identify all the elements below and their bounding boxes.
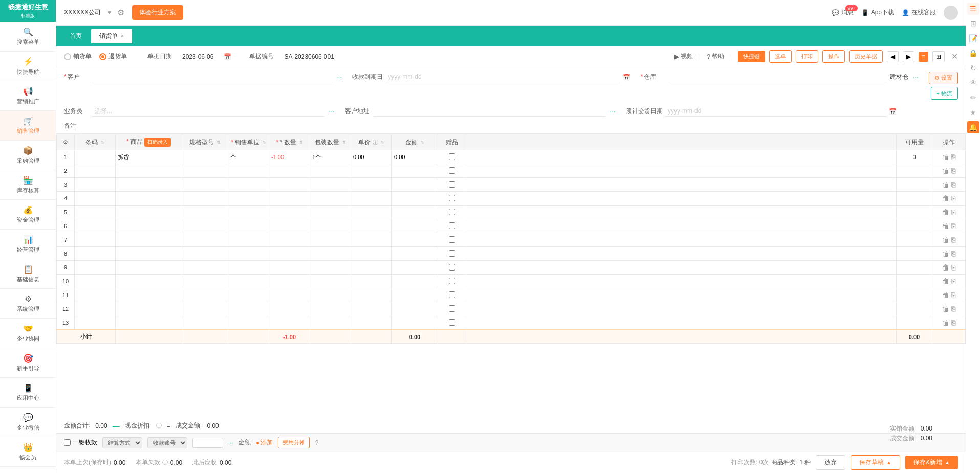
row-barcode[interactable] (75, 192, 116, 206)
customer-dots[interactable]: ··· (336, 73, 342, 81)
row-product[interactable] (116, 261, 182, 275)
row-pkgqty[interactable] (310, 233, 351, 247)
row-amount[interactable] (392, 192, 438, 206)
discount-info-icon[interactable]: ⓘ (156, 422, 162, 430)
row-qty[interactable] (269, 192, 310, 206)
row-unit[interactable] (228, 288, 269, 302)
row-delete-button[interactable]: 🗑 (942, 181, 949, 189)
row-delete-button[interactable]: 🗑 (942, 319, 949, 327)
row-amount[interactable] (392, 261, 438, 275)
nav-next-button[interactable]: ▶ (903, 51, 914, 62)
row-barcode[interactable] (75, 233, 116, 247)
row-qty[interactable] (269, 316, 310, 330)
row-pkgqty[interactable] (310, 150, 351, 164)
row-spec[interactable] (182, 233, 228, 247)
row-price[interactable] (351, 206, 392, 219)
row-spec[interactable] (182, 288, 228, 302)
row-qty[interactable] (269, 164, 310, 178)
row-product[interactable] (116, 247, 182, 261)
setting-button[interactable]: ⚙ 设置 (929, 72, 958, 84)
row-unit[interactable] (228, 233, 269, 247)
logistics-button[interactable]: + 物流 (931, 87, 958, 100)
row-product[interactable] (116, 192, 182, 206)
row-pkgqty[interactable] (310, 219, 351, 233)
sidebar-item-guide[interactable]: 🎯 新手引导 (0, 348, 56, 378)
sort-spec[interactable]: ⇅ (217, 140, 221, 145)
row-product[interactable] (116, 206, 182, 219)
one-click-payment[interactable]: 一键收款 (64, 438, 97, 447)
row-unit[interactable] (228, 316, 269, 330)
row-unit[interactable] (228, 261, 269, 275)
row-product[interactable] (116, 302, 182, 316)
price-info-icon[interactable]: ⓘ (373, 139, 378, 145)
message-item[interactable]: 💬 消息 99+ (832, 8, 854, 17)
row-gift[interactable] (438, 302, 466, 316)
row-amount[interactable] (392, 206, 438, 219)
save-new-button[interactable]: 保存&新增 ▲ (905, 456, 958, 469)
row-pkgqty[interactable] (310, 178, 351, 192)
row-price[interactable] (351, 302, 392, 316)
row-copy-button[interactable]: ⎘ (951, 153, 955, 161)
add-payment-button[interactable]: ● 添加 (256, 438, 273, 447)
rs-orange-icon[interactable]: 🔔 (967, 121, 979, 133)
row-copy-button[interactable]: ⎘ (951, 291, 955, 299)
row-product[interactable] (116, 233, 182, 247)
row-qty[interactable] (269, 233, 310, 247)
row-copy-button[interactable]: ⎘ (951, 305, 955, 313)
row-gift[interactable] (438, 247, 466, 261)
row-unit[interactable] (228, 178, 269, 192)
row-price[interactable] (351, 178, 392, 192)
row-amount[interactable] (392, 164, 438, 178)
row-price[interactable] (351, 316, 392, 330)
sidebar-item-vip[interactable]: 👑 畅会员 (0, 437, 56, 467)
row-delete-button[interactable]: 🗑 (942, 167, 949, 175)
salesperson-dots[interactable]: ··· (329, 107, 335, 116)
print-button[interactable]: 打印 (796, 50, 818, 63)
row-delete-button[interactable]: 🗑 (942, 277, 949, 285)
sort-pkgqty[interactable]: ⇅ (342, 140, 346, 145)
row-pkgqty[interactable] (310, 206, 351, 219)
sidebar-search[interactable]: 🔍 搜索菜单 (0, 22, 56, 52)
sidebar-item-sales[interactable]: 🛒 销售管理 (0, 111, 56, 141)
tab-sale-order[interactable]: 销货单 × (91, 29, 132, 43)
row-price[interactable] (351, 247, 392, 261)
row-amount[interactable] (392, 275, 438, 288)
row-price[interactable] (351, 275, 392, 288)
abandon-button[interactable]: 放弃 (816, 455, 845, 470)
row-delete-button[interactable]: 🗑 (942, 208, 949, 216)
sidebar-item-business[interactable]: 📊 经营管理 (0, 230, 56, 259)
row-gift[interactable] (438, 288, 466, 302)
row-amount[interactable] (392, 316, 438, 330)
row-barcode[interactable] (75, 316, 116, 330)
row-gift[interactable] (438, 219, 466, 233)
row-product[interactable] (116, 164, 182, 178)
row-barcode[interactable] (75, 302, 116, 316)
row-barcode[interactable] (75, 178, 116, 192)
row-qty[interactable] (269, 275, 310, 288)
form-close-button[interactable]: ✕ (951, 52, 958, 61)
row-price[interactable] (351, 288, 392, 302)
row-price[interactable] (351, 164, 392, 178)
history-button[interactable]: 历史单据 (849, 50, 883, 63)
sidebar-item-basic[interactable]: 📋 基础信息 (0, 259, 56, 289)
row-gift[interactable] (438, 233, 466, 247)
th-settings[interactable]: ⚙ (57, 134, 75, 150)
notes-input[interactable] (80, 121, 958, 131)
row-unit[interactable] (228, 302, 269, 316)
salesperson-input[interactable] (92, 106, 324, 117)
row-copy-button[interactable]: ⎘ (951, 167, 955, 175)
row-copy-button[interactable]: ⎘ (951, 181, 955, 189)
row-price[interactable] (351, 192, 392, 206)
sidebar-item-purchase[interactable]: 📦 采购管理 (0, 141, 56, 170)
sidebar-item-finance[interactable]: 💰 资金管理 (0, 200, 56, 230)
trial-button[interactable]: 体验行业方案 (132, 5, 183, 20)
row-product[interactable] (116, 150, 182, 164)
row-spec[interactable] (182, 261, 228, 275)
row-qty[interactable] (269, 219, 310, 233)
row-unit[interactable] (228, 206, 269, 219)
row-unit[interactable] (228, 164, 269, 178)
row-amount[interactable] (392, 247, 438, 261)
radio-sale[interactable]: 销货单 (64, 52, 92, 61)
row-spec[interactable] (182, 247, 228, 261)
settlement-select[interactable]: 结算方式 (102, 437, 142, 448)
